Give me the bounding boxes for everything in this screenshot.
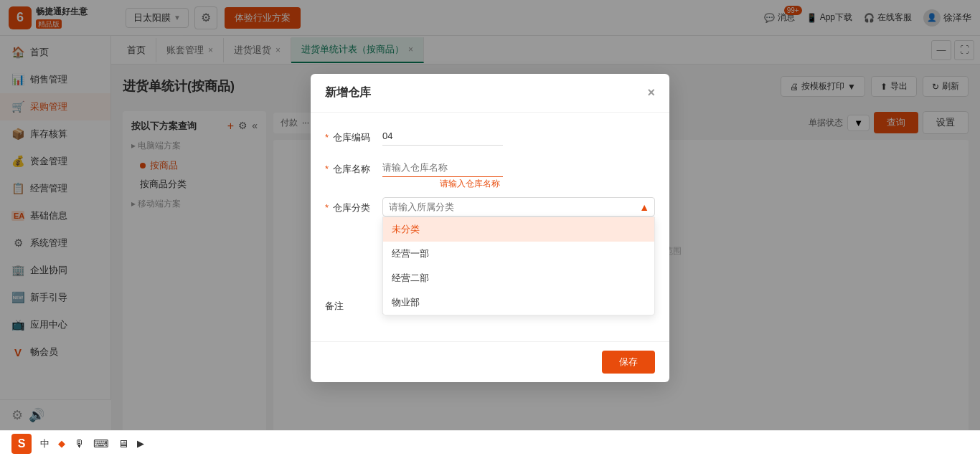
remark-label: 备注 [325, 295, 382, 313]
dialog-header: 新增仓库 × [311, 74, 669, 113]
warehouse-category-input[interactable] [382, 197, 655, 217]
bottom-diamond-icon[interactable]: ◆ [58, 438, 65, 449]
warehouse-code-input[interactable] [382, 127, 503, 146]
warehouse-name-row: * 仓库名称 请输入仓库名称 [325, 158, 655, 177]
bottom-monitor-icon[interactable]: 🖥 [118, 437, 128, 450]
dropdown-item-dept3[interactable]: 物业部 [383, 290, 654, 315]
warehouse-name-wrap: 请输入仓库名称 [382, 158, 655, 177]
bottom-logo: S [11, 434, 32, 454]
modal-overlay: 新增仓库 × * 仓库编码 * 仓库名称 [0, 0, 980, 456]
bottom-keyboard-icon[interactable]: ⌨ [93, 437, 109, 450]
bottom-mic-icon[interactable]: 🎙 [74, 437, 85, 450]
warehouse-category-label: * 仓库分类 [325, 197, 382, 214]
dropdown-item-none[interactable]: 未分类 [383, 217, 654, 242]
bottom-bar: S 中 ◆ 🎙 ⌨ 🖥 ▶ [0, 430, 980, 456]
save-button[interactable]: 保存 [602, 351, 655, 374]
warehouse-name-label: * 仓库名称 [325, 158, 382, 176]
dialog-title: 新增仓库 [325, 85, 371, 100]
warehouse-code-row: * 仓库编码 [325, 127, 655, 146]
category-dropdown-icon[interactable]: ▲ [639, 201, 649, 213]
warehouse-category-row: * 仓库分类 ▲ 未分类 经营一部 经营二部 物业部 [325, 197, 655, 217]
warehouse-category-select-wrap: ▲ 未分类 经营一部 经营二部 物业部 [382, 197, 655, 217]
dropdown-item-dept2[interactable]: 经营二部 [383, 266, 654, 290]
bottom-zh-icon[interactable]: 中 [40, 437, 50, 450]
warehouse-code-label: * 仓库编码 [325, 127, 382, 144]
category-dropdown-list: 未分类 经营一部 经营二部 物业部 [382, 217, 655, 315]
dialog-body: * 仓库编码 * 仓库名称 请输入仓库名称 [311, 113, 669, 341]
warehouse-name-input[interactable] [382, 158, 503, 177]
dialog-footer: 保存 [311, 341, 669, 382]
add-warehouse-dialog: 新增仓库 × * 仓库编码 * 仓库名称 [311, 74, 669, 382]
dropdown-item-dept1[interactable]: 经营一部 [383, 242, 654, 266]
warehouse-code-wrap [382, 127, 655, 146]
warehouse-name-error: 请输入仓库名称 [440, 178, 500, 190]
bottom-play-icon[interactable]: ▶ [137, 438, 144, 449]
dialog-close-icon[interactable]: × [647, 85, 655, 100]
